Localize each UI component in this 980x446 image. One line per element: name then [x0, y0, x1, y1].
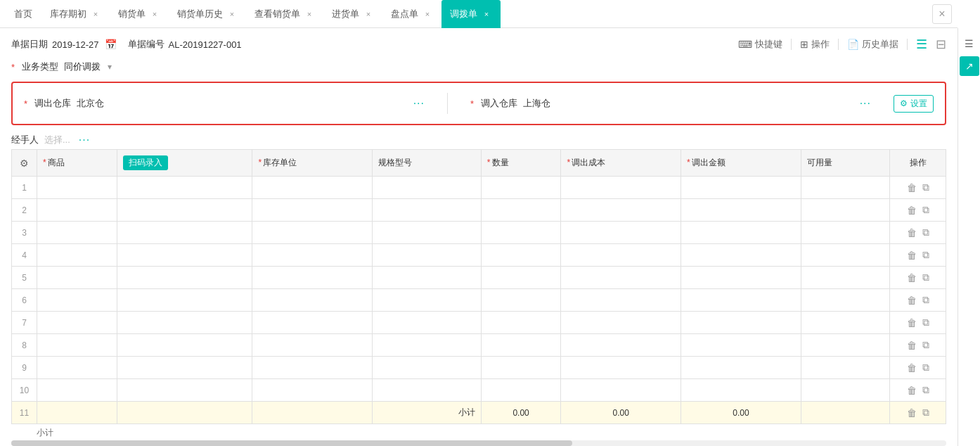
copy-icon[interactable]: ⧉	[922, 227, 929, 238]
tab-sales-history-close[interactable]: ×	[227, 9, 237, 19]
th-qty-label: 数量	[492, 158, 509, 167]
out-warehouse-required: *	[24, 98, 27, 109]
copy-icon[interactable]: ⧉	[922, 317, 929, 329]
copy-icon[interactable]: ⧉	[922, 339, 929, 351]
tab-purchase-order-close[interactable]: ×	[363, 9, 373, 19]
business-required-star: *	[11, 62, 15, 72]
copy-icon[interactable]: ⧉	[922, 407, 929, 419]
sidebar-expand-icon[interactable]: ↗	[960, 56, 979, 76]
th-action: 操作	[890, 150, 946, 177]
operator-row: 经手人 选择... ···	[11, 134, 946, 146]
delete-icon[interactable]: 🗑	[907, 385, 917, 396]
delete-icon[interactable]: 🗑	[907, 317, 917, 329]
tab-inventory-init-label: 库存期初	[50, 8, 86, 20]
delete-icon[interactable]: 🗑	[907, 250, 917, 261]
shortcut-label: 快捷键	[755, 38, 782, 51]
sidebar-list-icon[interactable]: ☰	[960, 34, 979, 53]
tab-inventory-init-close[interactable]: ×	[91, 9, 101, 19]
delete-icon[interactable]: 🗑	[907, 407, 917, 419]
calendar-icon[interactable]: 📅	[105, 39, 117, 50]
out-warehouse-field: * 调出仓库 北京仓 ···	[24, 97, 425, 110]
table-row: 8 🗑⧉	[12, 334, 946, 357]
shortcut-button[interactable]: ⌨ 快捷键	[738, 38, 782, 51]
table-row: 6 🗑⧉	[12, 289, 946, 312]
table-row: 4 🗑⧉	[12, 244, 946, 267]
delete-icon[interactable]: 🗑	[907, 182, 917, 193]
in-warehouse-label: 调入仓库	[481, 97, 517, 110]
history-label: 历史单据	[862, 38, 898, 51]
th-qty: *数量	[481, 150, 561, 177]
tab-sales-history[interactable]: 销货单历史 ×	[169, 0, 246, 28]
out-warehouse-more-button[interactable]: ···	[413, 97, 425, 110]
horizontal-scrollbar[interactable]	[11, 440, 946, 446]
grid-icon: ⊞	[800, 39, 808, 50]
tab-purchase-order[interactable]: 进货单 ×	[323, 0, 382, 28]
in-warehouse-more-button[interactable]: ···	[860, 97, 871, 110]
tab-transfer-order[interactable]: 调拨单 ×	[441, 0, 501, 28]
th-scan: 扫码录入	[117, 150, 252, 177]
layout1-button[interactable]: ☰	[916, 37, 927, 52]
delete-icon[interactable]: 🗑	[907, 362, 917, 374]
out-warehouse-value: 北京仓	[77, 97, 408, 110]
operation-label: 操作	[811, 38, 830, 51]
tab-inventory-check-label: 盘点单	[391, 8, 418, 20]
tab-transfer-order-close[interactable]: ×	[482, 9, 491, 19]
th-spec: 规格型号	[373, 150, 482, 177]
th-settings: ⚙	[12, 150, 37, 177]
header-row: 单据日期 2019-12-27 📅 单据编号 AL-20191227-001 ⌨…	[11, 37, 946, 52]
copy-icon[interactable]: ⧉	[922, 362, 929, 374]
copy-icon[interactable]: ⧉	[922, 204, 929, 216]
tab-sales-history-label: 销货单历史	[177, 8, 223, 20]
copy-icon[interactable]: ⧉	[922, 272, 929, 283]
out-warehouse-label: 调出仓库	[34, 97, 71, 110]
tab-bar: 首页 库存期初 × 销货单 × 销货单历史 × 查看销货单 × 进货单 × 盘点…	[0, 0, 958, 28]
delete-icon[interactable]: 🗑	[907, 295, 917, 306]
scan-button[interactable]: 扫码录入	[123, 155, 168, 170]
operator-placeholder: 选择...	[44, 134, 70, 146]
in-warehouse-value: 上海仓	[523, 97, 854, 110]
table-row: 3 🗑⧉	[12, 222, 946, 244]
transfer-table: ⚙ *商品 扫码录入 *库存单位 规格型号 *数量	[11, 149, 946, 424]
date-label: 单据日期	[11, 38, 48, 51]
delete-icon[interactable]: 🗑	[907, 272, 917, 283]
divider-3	[907, 39, 908, 50]
table-row: 7 🗑⧉	[12, 312, 946, 334]
delete-icon[interactable]: 🗑	[907, 227, 917, 238]
copy-icon[interactable]: ⧉	[922, 294, 929, 306]
tab-view-sales[interactable]: 查看销货单 ×	[246, 0, 323, 28]
operator-more-button[interactable]: ···	[79, 134, 90, 146]
copy-icon[interactable]: ⧉	[922, 181, 929, 193]
subtotal-footer-label: 小计	[37, 427, 53, 439]
tab-home[interactable]: 首页	[6, 0, 41, 28]
doc-icon: 📄	[847, 39, 859, 50]
tab-sales-order[interactable]: 销货单 ×	[110, 0, 169, 28]
layout2-button[interactable]: ⊟	[936, 37, 946, 52]
tab-sales-order-close[interactable]: ×	[150, 9, 160, 19]
tab-inventory-check-close[interactable]: ×	[423, 9, 432, 19]
th-unit: *库存单位	[252, 150, 373, 177]
tab-home-label: 首页	[14, 8, 32, 20]
operation-button[interactable]: ⊞ 操作	[800, 38, 830, 51]
docno-label: 单据编号	[128, 38, 165, 51]
tab-inventory-check[interactable]: 盘点单 ×	[382, 0, 441, 28]
th-amount-label: 调出金额	[692, 158, 726, 167]
delete-icon[interactable]: 🗑	[907, 205, 917, 216]
tab-purchase-order-label: 进货单	[332, 8, 359, 20]
business-type-select[interactable]: 同价调拨 ▾	[64, 60, 205, 73]
warehouse-separator	[447, 93, 448, 114]
table-gear-icon[interactable]: ⚙	[20, 158, 29, 169]
th-unit-label: 库存单位	[263, 158, 297, 167]
scrollbar-thumb[interactable]	[11, 440, 572, 446]
delete-icon[interactable]: 🗑	[907, 340, 917, 351]
tab-transfer-order-label: 调拨单	[450, 8, 477, 20]
in-warehouse-required: *	[470, 98, 474, 109]
settings-button[interactable]: ⚙ 设置	[894, 95, 934, 113]
copy-icon[interactable]: ⧉	[922, 384, 929, 396]
subtotal-footer: 小计	[11, 424, 946, 439]
copy-icon[interactable]: ⧉	[922, 249, 929, 261]
history-button[interactable]: 📄 历史单据	[847, 38, 898, 51]
tab-inventory-init[interactable]: 库存期初 ×	[41, 0, 110, 28]
tab-view-sales-close[interactable]: ×	[304, 9, 314, 19]
settings-label: 设置	[910, 98, 927, 110]
close-all-button[interactable]: ×	[932, 4, 952, 24]
